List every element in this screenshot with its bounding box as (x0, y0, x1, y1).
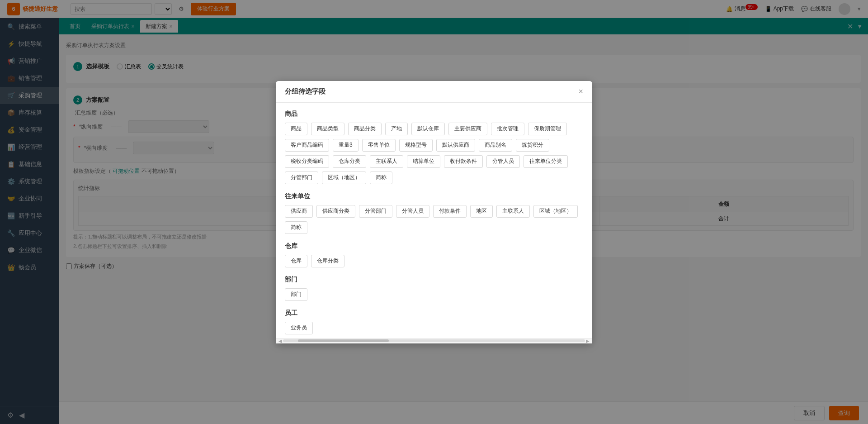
field-tag-region[interactable]: 区域（地区） (322, 172, 366, 184)
modal-close-icon[interactable]: × (578, 87, 583, 95)
modal-overlay[interactable]: 分组待选字段 × 商品 商品 商品类型 商品分类 产地 默认仓库 主要供应商 批… (0, 0, 868, 424)
field-tag-payment-cond[interactable]: 付款条件 (433, 205, 467, 218)
field-group-warehouse-title: 仓库 (285, 242, 583, 250)
field-tag-partner-category[interactable]: 往来单位分类 (524, 155, 568, 168)
field-tag-area[interactable]: 地区 (470, 205, 493, 218)
field-tag-partner-dept[interactable]: 分管部门 (359, 205, 392, 218)
field-tag-partner-contact[interactable]: 主联系人 (496, 205, 530, 218)
field-tag-partner-region[interactable]: 区域（地区） (533, 205, 578, 218)
field-tag-origin[interactable]: 产地 (385, 123, 408, 135)
field-group-goods: 商品 商品 商品类型 商品分类 产地 默认仓库 主要供应商 批次管理 保质期管理… (285, 110, 583, 184)
field-tag-abbr[interactable]: 简称 (370, 172, 392, 184)
field-tag-department[interactable]: 部门 (285, 288, 307, 301)
modal-hscroll[interactable]: ◀ ▶ (276, 338, 592, 343)
field-tag-warehouse-category[interactable]: 仓库分类 (333, 155, 366, 168)
hscroll-thumb (298, 339, 388, 342)
hscroll-left-arrow[interactable]: ◀ (278, 338, 283, 343)
field-tag-main-contact[interactable]: 主联系人 (370, 155, 403, 168)
field-tag-goods-alias[interactable]: 商品别名 (479, 139, 512, 152)
field-tag-spec-model[interactable]: 规格型号 (399, 139, 433, 152)
field-tag-manager[interactable]: 分管人员 (486, 155, 520, 168)
field-tag-batch[interactable]: 批次管理 (491, 123, 524, 135)
field-group-staff: 员工 业务员 (285, 309, 583, 334)
field-tags-warehouse: 仓库 仓库分类 (285, 255, 583, 267)
field-group-goods-title: 商品 (285, 110, 583, 118)
modal-title: 分组待选字段 (285, 87, 326, 96)
field-tag-goods-type[interactable]: 商品类型 (311, 123, 344, 135)
field-tag-tax-code[interactable]: 税收分类编码 (285, 155, 329, 168)
field-tag-loyalty[interactable]: 炼货积分 (516, 139, 549, 152)
modal-dialog: 分组待选字段 × 商品 商品 商品类型 商品分类 产地 默认仓库 主要供应商 批… (276, 81, 592, 343)
field-tag-payment-terms[interactable]: 收付款条件 (444, 155, 483, 168)
field-group-department-title: 部门 (285, 276, 583, 284)
field-tag-wh-category[interactable]: 仓库分类 (311, 255, 344, 267)
field-tags-goods: 商品 商品类型 商品分类 产地 默认仓库 主要供应商 批次管理 保质期管理 客户… (285, 123, 583, 184)
field-tag-partner-abbr[interactable]: 简称 (285, 221, 307, 234)
field-tag-partner-manager[interactable]: 分管人员 (396, 205, 429, 218)
field-group-partner: 往来单位 供应商 供应商分类 分管部门 分管人员 付款条件 地区 主联系人 区域… (285, 192, 583, 234)
field-tags-partner: 供应商 供应商分类 分管部门 分管人员 付款条件 地区 主联系人 区域（地区） … (285, 205, 583, 234)
field-tag-default-warehouse[interactable]: 默认仓库 (411, 123, 445, 135)
field-tag-goods-category[interactable]: 商品分类 (348, 123, 382, 135)
field-group-warehouse: 仓库 仓库 仓库分类 (285, 242, 583, 267)
field-tag-weight[interactable]: 重量3 (333, 139, 359, 152)
field-tags-department: 部门 (285, 288, 583, 301)
field-tag-settlement-unit[interactable]: 结算单位 (407, 155, 440, 168)
modal-header: 分组待选字段 × (276, 81, 592, 103)
field-tag-main-supplier[interactable]: 主要供应商 (448, 123, 487, 135)
field-tag-sales-staff[interactable]: 业务员 (285, 322, 313, 334)
field-tag-goods[interactable]: 商品 (285, 123, 307, 135)
field-tag-default-supplier[interactable]: 默认供应商 (436, 139, 475, 152)
field-tag-expiry[interactable]: 保质期管理 (528, 123, 567, 135)
field-group-partner-title: 往来单位 (285, 192, 583, 200)
field-tag-retail-unit[interactable]: 零售单位 (362, 139, 396, 152)
hscroll-track (283, 339, 585, 342)
field-group-staff-title: 员工 (285, 309, 583, 317)
field-group-department: 部门 部门 (285, 276, 583, 301)
field-tags-staff: 业务员 (285, 322, 583, 334)
field-tag-supplier-category[interactable]: 供应商分类 (316, 205, 355, 218)
field-tag-customer-code[interactable]: 客户商品编码 (285, 139, 329, 152)
field-tag-supplier[interactable]: 供应商 (285, 205, 313, 218)
field-tag-dept[interactable]: 分管部门 (285, 172, 318, 184)
hscroll-right-arrow[interactable]: ▶ (585, 338, 590, 343)
field-tag-warehouse[interactable]: 仓库 (285, 255, 307, 267)
modal-body: 商品 商品 商品类型 商品分类 产地 默认仓库 主要供应商 批次管理 保质期管理… (276, 103, 592, 338)
